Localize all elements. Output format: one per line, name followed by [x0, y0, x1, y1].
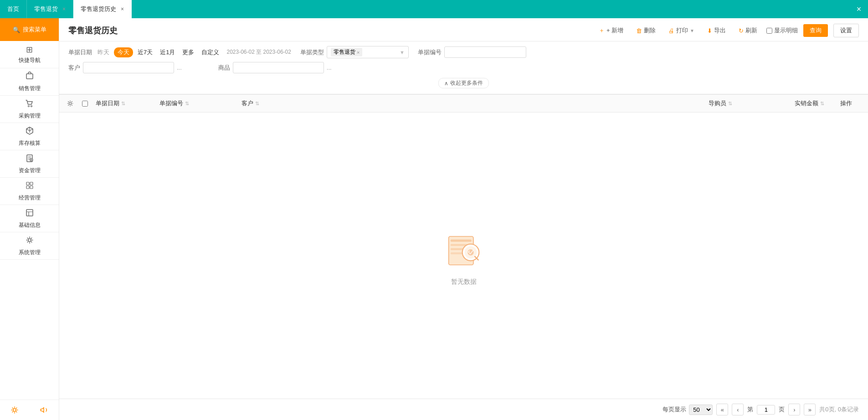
export-icon: ⬇ [707, 27, 712, 34]
prev-page-button[interactable]: ‹ [732, 404, 744, 415]
refresh-button[interactable]: ↻ 刷新 [735, 25, 761, 36]
th-docno[interactable]: 单据编号 ⇅ [156, 99, 238, 108]
sidebar-search-label: 搜索菜单 [23, 26, 46, 34]
sidebar-item-basicinfo[interactable]: 基础信息 [0, 205, 59, 232]
filter-docno: 单据编号 [418, 46, 526, 58]
tab-return-close[interactable]: × [62, 6, 66, 12]
tab-home[interactable]: 首页 [0, 0, 27, 18]
doctype-tag-value: 零售退货 [334, 48, 355, 56]
filter-area: 单据日期 昨天 今天 近7天 近1月 更多 自定义 2023-06-02 至 2… [59, 41, 868, 94]
sidebar-item-inventory[interactable]: 库存核算 [0, 123, 59, 150]
sidebar-gear-button[interactable] [0, 400, 30, 420]
page-size-select[interactable]: 10 20 50 100 [689, 405, 713, 415]
collapse-label: 收起更多条件 [450, 79, 483, 87]
th-guide[interactable]: 导购员 ⇅ [705, 99, 773, 108]
sidebar-item-finance[interactable]: 资金管理 [0, 150, 59, 178]
th-customer[interactable]: 客户 ⇅ [238, 99, 705, 108]
page-header: 零售退货历史 ＋ + 新增 🗑 删除 🖨 打印 ▼ ⬇ 导出 [59, 18, 868, 41]
docno-input[interactable] [444, 46, 526, 58]
th-amount[interactable]: 实销金额 ⇅ [773, 99, 828, 108]
first-page-button[interactable]: « [716, 404, 728, 415]
doctype-filter-label: 单据类型 [300, 48, 324, 56]
sidebar-item-purchase-label: 采购管理 [19, 112, 41, 120]
date-opt-more[interactable]: 更多 [180, 47, 197, 57]
filter-date: 单据日期 昨天 今天 近7天 近1月 更多 自定义 2023-06-02 至 2… [68, 47, 291, 57]
show-detail-checkbox[interactable]: 显示明细 [766, 26, 798, 35]
delete-label: 删除 [644, 26, 656, 35]
tab-return-history[interactable]: 零售退货历史 × [73, 0, 132, 18]
header-actions: ＋ + 新增 🗑 删除 🖨 打印 ▼ ⬇ 导出 ↻ [595, 24, 859, 37]
delete-button[interactable]: 🗑 删除 [632, 25, 659, 36]
sidebar-item-quicknav[interactable]: ⊞ 快捷导航 [0, 41, 59, 68]
show-detail-input[interactable] [766, 28, 772, 34]
print-dropdown-icon: ▼ [690, 28, 694, 33]
goods-input[interactable] [233, 62, 324, 73]
page-size-label: 每页显示 [663, 405, 686, 414]
th-customer-label: 客户 [241, 99, 253, 108]
sidebar-audio-button[interactable] [30, 400, 59, 420]
filter-customer: 客户 ... [68, 62, 182, 73]
export-button[interactable]: ⬇ 导出 [704, 25, 729, 36]
th-date[interactable]: 单据日期 ⇅ [92, 99, 156, 108]
svg-rect-5 [26, 182, 29, 185]
doctype-dropdown-icon: ▼ [400, 50, 405, 55]
doctype-select[interactable]: 零售退货 × ▼ [327, 46, 409, 58]
tab-return-history-close[interactable]: × [121, 6, 124, 12]
date-range-display: 2023-06-02 至 2023-06-02 [226, 48, 291, 56]
th-customer-sort-icon: ⇅ [255, 101, 259, 107]
select-all-input[interactable] [82, 101, 88, 107]
sidebar: 🔍 搜索菜单 ⊞ 快捷导航 销售管理 采购管理 库存核算 [0, 18, 59, 420]
page-unit: 页 [779, 405, 785, 414]
svg-point-2 [31, 105, 32, 107]
date-opt-1month[interactable]: 近1月 [157, 47, 178, 57]
table-area: 单据日期 ⇅ 单据编号 ⇅ 客户 ⇅ 导购员 ⇅ 实销金额 ⇅ [59, 94, 868, 420]
doctype-tag: 零售退货 × [331, 48, 362, 56]
th-operation: 操作 [828, 99, 864, 108]
print-icon: 🖨 [668, 27, 674, 34]
total-info: 共0页, 0条记录 [819, 405, 859, 414]
page-number-input[interactable] [757, 405, 775, 415]
tab-return[interactable]: 零售退货 × [27, 0, 73, 18]
tab-home-label: 首页 [7, 5, 19, 13]
sidebar-search[interactable]: 🔍 搜索菜单 [0, 18, 59, 41]
setting-button[interactable]: 设置 [833, 24, 859, 37]
export-label: 导出 [714, 26, 726, 35]
query-button[interactable]: 查询 [803, 24, 828, 37]
customer-input[interactable] [83, 62, 174, 73]
sidebar-item-sales[interactable]: 销售管理 [0, 68, 59, 96]
filter-row-2: 客户 ... 商品 ... [68, 62, 859, 73]
th-docno-sort-icon: ⇅ [185, 101, 189, 107]
sidebar-item-system[interactable]: 系统管理 [0, 232, 59, 260]
customer-ellipsis[interactable]: ... [177, 64, 182, 71]
svg-point-12 [69, 102, 72, 105]
sidebar-item-purchase[interactable]: 采购管理 [0, 96, 59, 123]
th-operation-label: 操作 [840, 99, 852, 108]
collapse-button[interactable]: ∧ 收起更多条件 [438, 78, 489, 88]
date-opt-7days[interactable]: 近7天 [135, 47, 155, 57]
th-amount-label: 实销金额 [795, 99, 818, 108]
new-label: + 新增 [606, 26, 623, 35]
th-amount-sort-icon: ⇅ [820, 101, 824, 107]
sidebar-item-operation-label: 经营管理 [19, 194, 41, 202]
select-all-checkbox[interactable] [77, 101, 92, 107]
filter-goods: 商品 ... [218, 62, 332, 73]
table-settings-icon[interactable] [63, 100, 77, 107]
goods-ellipsis[interactable]: ... [327, 64, 332, 71]
svg-rect-9 [26, 210, 33, 216]
sidebar-item-operation[interactable]: 经营管理 [0, 178, 59, 205]
th-docno-label: 单据编号 [159, 99, 183, 108]
window-close-button[interactable]: × [850, 0, 868, 18]
refresh-icon: ↻ [739, 27, 744, 34]
new-button[interactable]: ＋ + 新增 [595, 25, 627, 36]
page-label: 第 [747, 405, 753, 414]
date-opt-today[interactable]: 今天 [114, 47, 133, 57]
last-page-button[interactable]: » [804, 404, 816, 415]
print-button[interactable]: 🖨 打印 ▼ [665, 25, 698, 36]
date-opt-custom[interactable]: 自定义 [199, 47, 222, 57]
th-date-sort-icon: ⇅ [121, 101, 125, 107]
collapse-up-icon: ∧ [444, 80, 448, 87]
next-page-button[interactable]: › [788, 404, 800, 415]
main-content: 零售退货历史 ＋ + 新增 🗑 删除 🖨 打印 ▼ ⬇ 导出 [59, 18, 868, 420]
date-opt-yesterday[interactable]: 昨天 [95, 47, 112, 57]
doctype-tag-remove[interactable]: × [357, 50, 360, 55]
